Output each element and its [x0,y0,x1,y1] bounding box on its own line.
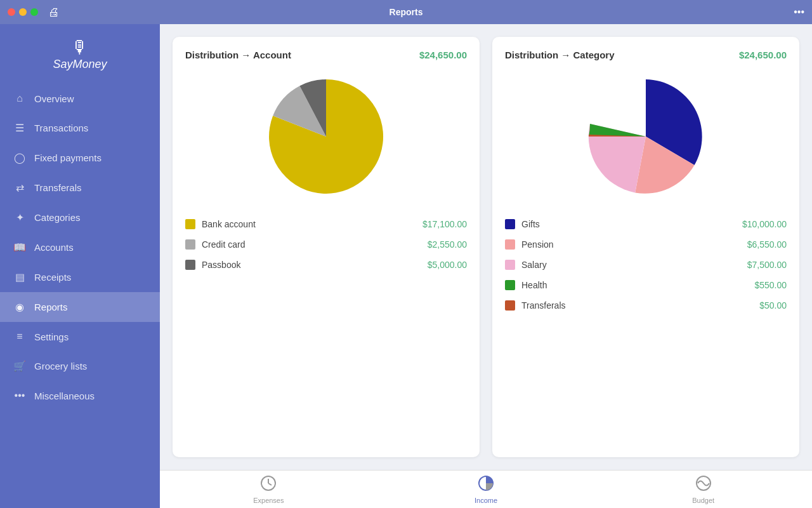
settings-icon: ≡ [13,331,27,342]
salary-value: $7,500.00 [747,260,787,270]
category-distribution-card: Distribution → Category $24,650.00 [492,37,799,457]
account-card-title: Distribution → Account [185,50,291,60]
sidebar-label-misc: Miscellaneous [34,391,95,401]
account-card-total: $24,650.00 [419,50,467,60]
fixed-payments-icon: ◯ [13,152,27,164]
sidebar-item-settings[interactable]: ≡ Settings [0,322,160,351]
sidebar-item-fixed-payments[interactable]: ◯ Fixed payments [0,143,160,173]
income-tab-label: Income [475,497,497,504]
accounts-icon: 📖 [13,241,27,253]
transferals-dot [505,300,515,311]
receipts-icon: ▤ [13,271,27,283]
credit-card-label: Credit card [202,239,245,250]
legend-credit-card: Credit card $2,550.00 [185,239,467,250]
titlebar: 🖨 Reports ••• [0,0,812,24]
account-distribution-card: Distribution → Account $24,650.00 [173,37,480,457]
credit-card-value: $2,550.00 [428,239,467,250]
bank-account-label: Bank account [202,219,256,229]
sidebar-label-settings: Settings [34,331,69,342]
passbook-value: $5,000.00 [428,260,467,270]
sidebar-item-transferals[interactable]: ⇄ Transferals [0,173,160,203]
legend-transferals: Transferals $50.00 [505,300,787,311]
maximize-button[interactable] [30,8,38,16]
sidebar-item-grocery-lists[interactable]: 🛒 Grocery lists [0,351,160,381]
grocery-icon: 🛒 [13,360,27,372]
legend-passbook: Passbook $5,000.00 [185,260,467,270]
misc-icon: ••• [13,390,27,401]
salary-dot [505,260,515,270]
health-dot [505,280,515,290]
reports-icon: ◉ [13,301,27,313]
home-icon: ⌂ [13,93,27,104]
print-icon[interactable]: 🖨 [48,6,60,19]
passbook-label: Passbook [202,260,240,270]
transferals-value: $50.00 [759,300,787,311]
transferals-icon: ⇄ [13,182,27,194]
salary-label: Salary [521,260,547,270]
main-content: Distribution → Account $24,650.00 [160,24,812,508]
sidebar-item-transactions[interactable]: ☰ Transactions [0,113,160,143]
sidebar-label-transferals: Transferals [34,182,81,193]
content-area: Distribution → Account $24,650.00 [160,24,812,470]
category-card-title: Distribution → Category [505,50,615,60]
credit-card-dot [185,239,195,250]
more-options-icon[interactable]: ••• [794,6,804,18]
tab-expenses[interactable]: Expenses [160,475,377,504]
passbook-dot [185,260,195,270]
legend-health: Health $550.00 [505,280,787,290]
minimize-button[interactable] [19,8,27,16]
category-card-total: $24,650.00 [739,50,787,60]
sidebar-label-fixed-payments: Fixed payments [34,152,102,163]
gifts-value: $10,000.00 [742,219,787,229]
sidebar: 🎙 SayMoney ⌂ Overview ☰ Transactions ◯ F… [0,24,160,508]
expenses-tab-label: Expenses [253,497,284,504]
logo: 🎙 SayMoney [0,30,160,84]
sidebar-label-transactions: Transactions [34,123,88,133]
sidebar-label-reports: Reports [34,302,68,312]
budget-tab-label: Budget [692,497,714,504]
sidebar-item-reports[interactable]: ◉ Reports [0,292,160,322]
legend-gifts: Gifts $10,000.00 [505,219,787,229]
gifts-label: Gifts [521,219,540,229]
svg-line-2 [268,483,272,485]
health-value: $550.00 [754,280,787,290]
window-title: Reports [390,7,423,17]
sidebar-item-accounts[interactable]: 📖 Accounts [0,232,160,262]
sidebar-item-receipts[interactable]: ▤ Receipts [0,262,160,292]
account-pie-chart [185,67,467,206]
legend-salary: Salary $7,500.00 [505,260,787,270]
logo-icon: 🎙 [71,37,89,58]
app-body: 🎙 SayMoney ⌂ Overview ☰ Transactions ◯ F… [0,24,812,508]
tab-income[interactable]: Income [377,475,595,504]
logo-text: SayMoney [53,58,107,71]
close-button[interactable] [8,8,15,16]
health-label: Health [521,280,547,290]
transactions-icon: ☰ [13,122,27,134]
sidebar-item-miscellaneous[interactable]: ••• Miscellaneous [0,381,160,410]
pension-value: $6,550.00 [747,239,787,250]
bank-account-value: $17,100.00 [422,219,467,229]
gifts-dot [505,219,515,229]
sidebar-label-categories: Categories [34,212,81,223]
pension-dot [505,239,515,250]
category-pie-chart [505,67,787,206]
income-icon [478,475,494,495]
category-legend: Gifts $10,000.00 Pension $6,550.00 [505,219,787,311]
tab-budget[interactable]: Budget [594,475,812,504]
traffic-lights [8,8,38,16]
tab-bar: Expenses Income [160,470,812,508]
pension-label: Pension [521,239,554,250]
categories-icon: ✦ [13,211,27,224]
sidebar-label-overview: Overview [34,93,74,104]
sidebar-label-receipts: Receipts [34,272,71,283]
bank-account-dot [185,219,195,229]
account-legend: Bank account $17,100.00 Credit card $2,5… [185,219,467,270]
category-card-header: Distribution → Category $24,650.00 [505,50,787,60]
legend-bank-account: Bank account $17,100.00 [185,219,467,229]
sidebar-label-grocery: Grocery lists [34,361,87,371]
expenses-icon [260,475,277,495]
sidebar-item-overview[interactable]: ⌂ Overview [0,84,160,113]
sidebar-item-categories[interactable]: ✦ Categories [0,203,160,232]
sidebar-label-accounts: Accounts [34,242,74,253]
account-card-header: Distribution → Account $24,650.00 [185,50,467,60]
